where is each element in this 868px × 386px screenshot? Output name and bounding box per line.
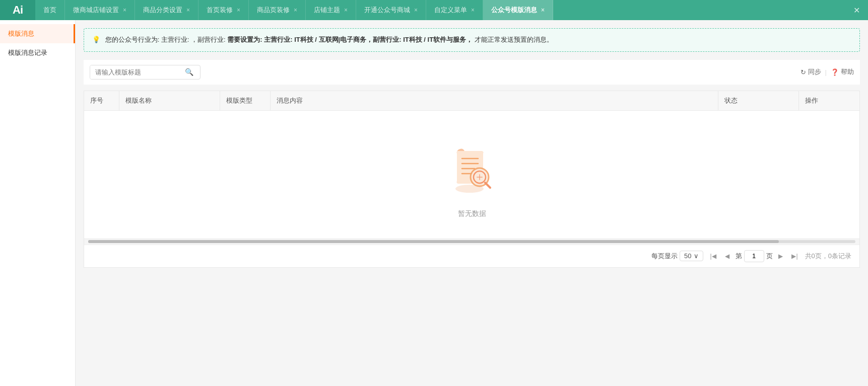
tab-store-theme[interactable]: 店铺主题 × (306, 0, 356, 20)
tab-home-decoration[interactable]: 首页装修 × (198, 0, 249, 20)
tab-close-category-settings[interactable]: × (186, 7, 190, 14)
tab-close-custom-menu[interactable]: × (471, 7, 475, 14)
page-input-wrapper: 第 页 (736, 250, 773, 262)
tab-close-shop-settings[interactable]: × (123, 7, 126, 14)
th-name: 模版名称 (119, 91, 220, 110)
empty-icon (442, 141, 502, 201)
help-button[interactable]: ❓ 帮助 (831, 67, 854, 76)
tab-category-settings[interactable]: 商品分类设置 × (135, 0, 198, 20)
tab-open-mall[interactable]: 开通公众号商城 × (356, 0, 426, 20)
tab-close-open-mall[interactable]: × (414, 7, 418, 14)
per-page-dropdown[interactable]: 50 ∨ (680, 251, 703, 261)
close-all-button[interactable]: ✕ (845, 6, 868, 15)
divider: | (825, 68, 827, 76)
empty-state: 暂无数据 (84, 111, 859, 239)
page-last-button[interactable]: ▶| (789, 250, 801, 262)
notice-icon: 💡 (92, 36, 100, 43)
svg-line-7 (485, 183, 490, 188)
table-header: 序号 模版名称 模版类型 消息内容 状态 操作 (84, 91, 859, 111)
sync-button[interactable]: ↻ 同步 (800, 67, 821, 76)
page-next-button[interactable]: ▶ (775, 250, 787, 262)
tab-home[interactable]: 首页 (35, 0, 65, 20)
sidebar: 模版消息 模版消息记录 (0, 20, 76, 386)
main-layout: 模版消息 模版消息记录 💡 您的公众号行业为: 主营行业: ，副营行业: 需要设… (0, 20, 868, 386)
th-seq: 序号 (84, 91, 119, 110)
sidebar-item-template-msg[interactable]: 模版消息 (0, 24, 75, 43)
page-prev-button[interactable]: ◀ (721, 250, 733, 262)
toolbar-right: ↻ 同步 | ❓ 帮助 (800, 67, 854, 76)
tab-shop-settings[interactable]: 微商城店铺设置 × (65, 0, 135, 20)
tab-close-product-decoration[interactable]: × (294, 7, 297, 14)
tab-custom-menu[interactable]: 自定义菜单 × (426, 0, 483, 20)
tab-template-message[interactable]: 公众号模版消息 × (483, 0, 553, 20)
content-area: 💡 您的公众号行业为: 主营行业: ，副营行业: 需要设置为: 主营行业: IT… (76, 20, 868, 386)
th-content: 消息内容 (271, 91, 718, 110)
th-action: 操作 (799, 91, 859, 110)
pagination: 每页显示 50 ∨ |◀ ◀ 第 页 ▶ ▶| (84, 245, 859, 267)
help-icon: ❓ (831, 68, 839, 76)
logo: Ai (0, 0, 35, 20)
page-first-button[interactable]: |◀ (707, 250, 719, 262)
search-bar: 🔍 ↻ 同步 | ❓ 帮助 (84, 60, 860, 85)
th-status: 状态 (718, 91, 799, 110)
scroll-track (88, 240, 855, 243)
tab-close-store-theme[interactable]: × (344, 7, 348, 14)
tab-close-template-message[interactable]: × (541, 7, 545, 14)
search-button[interactable]: 🔍 (181, 68, 197, 76)
sync-icon: ↻ (800, 68, 806, 76)
search-input[interactable] (90, 65, 181, 79)
tab-close-home-decoration[interactable]: × (237, 7, 240, 14)
tab-product-decoration[interactable]: 商品页装修 × (249, 0, 306, 20)
chevron-down-icon: ∨ (694, 252, 699, 260)
notice-box: 💡 您的公众号行业为: 主营行业: ，副营行业: 需要设置为: 主营行业: IT… (84, 28, 860, 52)
th-type: 模版类型 (220, 91, 271, 110)
tab-bar: Ai 首页 微商城店铺设置 × 商品分类设置 × 首页装修 × 商品页装修 × … (0, 0, 868, 20)
page-nav: |◀ ◀ 第 页 ▶ ▶| (707, 250, 801, 262)
page-input[interactable] (744, 250, 764, 262)
per-page-select: 每页显示 50 ∨ (651, 251, 703, 261)
search-input-wrapper: 🔍 (90, 65, 201, 80)
total-info: 共0页，0条记录 (805, 252, 851, 261)
scroll-bar-area[interactable] (84, 239, 859, 245)
search-icon: 🔍 (185, 68, 193, 76)
scroll-thumb (88, 240, 779, 243)
data-table: 序号 模版名称 模版类型 消息内容 状态 操作 (84, 91, 860, 268)
sidebar-item-template-log[interactable]: 模版消息记录 (0, 43, 75, 62)
empty-text: 暂无数据 (458, 209, 486, 218)
